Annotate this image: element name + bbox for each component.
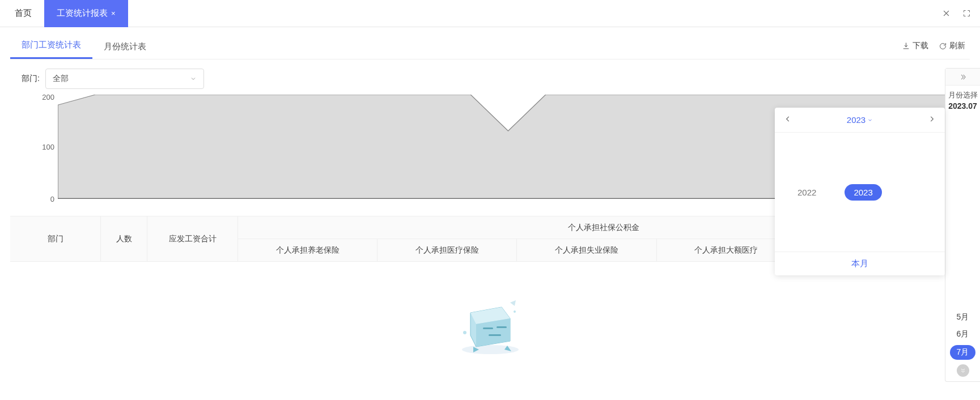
side-value: 2023.07 (945, 101, 980, 116)
next-year-button[interactable] (928, 115, 936, 125)
tab-month-stat-label: 月份统计表 (104, 41, 146, 51)
secondary-actions: 下载 刷新 (902, 41, 970, 51)
col-dept: 部门 (10, 216, 101, 262)
tab-dept-stat-label: 部门工资统计表 (22, 40, 81, 49)
empty-state (10, 262, 970, 358)
fullscreen-button[interactable] (957, 5, 975, 23)
dept-label: 部门: (22, 74, 40, 84)
svg-point-4 (463, 331, 466, 334)
secondary-tabs-row: 部门工资统计表 月份统计表 下载 刷新 (10, 33, 970, 59)
filter-row: 部门: 全部 (10, 59, 970, 95)
year-option[interactable]: 2023 (845, 184, 881, 201)
side-title: 月份选择 (945, 86, 980, 101)
tab-dept-stat[interactable]: 部门工资统计表 (10, 33, 92, 59)
download-icon (902, 42, 910, 50)
svg-rect-1 (483, 327, 493, 329)
chevron-right-double-icon (959, 73, 967, 81)
col-count: 人数 (101, 216, 147, 262)
chevron-down-icon (190, 75, 197, 82)
year-option[interactable]: 2022 (788, 184, 825, 201)
year-display[interactable]: 2023 (847, 115, 873, 125)
top-nav: 首页 工资统计报表 × (0, 0, 980, 27)
download-label: 下载 (913, 41, 928, 51)
nav-tab-salary-report-label: 工资统计报表 (57, 8, 108, 19)
nav-tab-home[interactable]: 首页 (2, 0, 44, 27)
svg-point-0 (462, 345, 519, 354)
empty-illustration-icon (448, 290, 533, 358)
year-picker-popup: 2023 20222023 本月 (775, 108, 945, 275)
svg-point-5 (514, 310, 516, 313)
close-icon[interactable]: × (111, 9, 116, 18)
svg-rect-2 (497, 326, 507, 328)
download-button[interactable]: 下载 (902, 41, 928, 51)
y-tick-100: 100 (42, 143, 54, 151)
prev-year-button[interactable] (784, 115, 792, 125)
y-tick-200: 200 (42, 93, 54, 101)
col-total-pay: 应发工资合计 (147, 216, 238, 262)
year-display-value: 2023 (847, 115, 866, 125)
year-picker-body: 20222023 (775, 133, 945, 252)
nav-right (937, 5, 980, 23)
refresh-icon (939, 42, 947, 50)
dept-select[interactable]: 全部 (45, 69, 204, 89)
month-list: 5月6月7月 (945, 309, 980, 360)
fullscreen-icon (962, 9, 971, 18)
month-item[interactable]: 6月 (945, 326, 980, 343)
col-medical: 个人承担医疗保险 (377, 239, 517, 262)
month-item[interactable]: 5月 (945, 309, 980, 326)
side-more (945, 362, 980, 381)
chevron-down-double-icon (960, 367, 966, 374)
dept-select-value: 全部 (53, 74, 69, 84)
y-tick-0: 0 (50, 195, 54, 203)
year-picker-header: 2023 (775, 108, 945, 133)
nav-tab-home-label: 首页 (15, 8, 32, 19)
refresh-label: 刷新 (949, 41, 965, 51)
chevron-right-icon (928, 115, 936, 123)
svg-rect-3 (489, 334, 501, 336)
tab-month-stat[interactable]: 月份统计表 (92, 35, 158, 59)
close-panel-button[interactable] (937, 5, 955, 23)
chevron-down-icon (867, 117, 873, 123)
more-months-button[interactable] (957, 364, 969, 377)
refresh-button[interactable]: 刷新 (939, 41, 965, 51)
this-month-button[interactable]: 本月 (775, 252, 945, 275)
nav-tab-salary-report[interactable]: 工资统计报表 × (44, 0, 128, 27)
month-side-panel: 月份选择 2023.07 5月6月7月 (945, 68, 980, 382)
col-pension: 个人承担养老保险 (238, 239, 377, 262)
x-icon (942, 9, 951, 18)
col-unemployment: 个人承担失业保险 (517, 239, 656, 262)
this-month-label: 本月 (851, 258, 868, 269)
chevron-left-icon (784, 115, 792, 123)
month-item[interactable]: 7月 (950, 345, 975, 360)
secondary-tabs: 部门工资统计表 月份统计表 (10, 33, 158, 59)
side-collapse-button[interactable] (945, 69, 980, 86)
